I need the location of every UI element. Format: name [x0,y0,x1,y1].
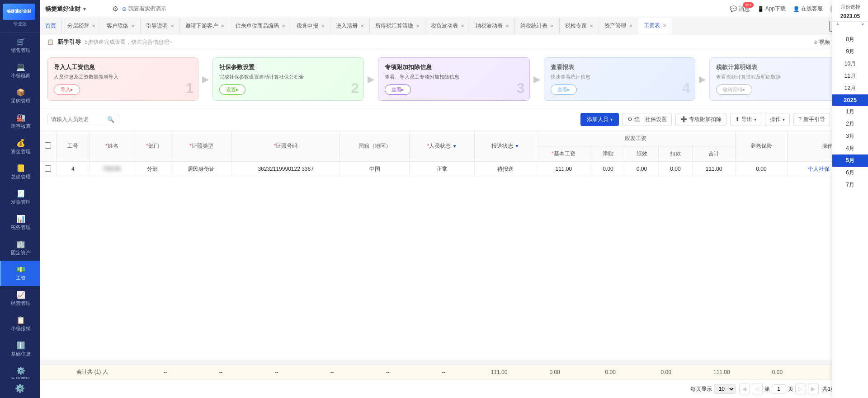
month-item-12[interactable]: 7月 [832,179,868,191]
main-area: 畅捷通好业财 ▾ ⚙ ⊙ 我要看实例演示 💬 消息 99+ 📱 App下载 [40,0,868,398]
tab-close-邀请下游客户[interactable]: ✕ [221,23,224,28]
month-item-4[interactable]: 12月 [832,82,868,94]
tab-引导说明[interactable]: 引导说明✕ [141,18,180,34]
first-page-btn[interactable]: ◀ [739,384,750,394]
tab-税务申报[interactable]: 税务申报✕ [291,18,330,34]
tab-close-进入清册[interactable]: ✕ [360,23,364,28]
tab-首页[interactable]: 首页 [40,18,62,34]
sidebar-item-ecommerce[interactable]: 💻 小畅电商 [0,58,40,84]
step-num-4: 4 [682,80,690,97]
row-total-0: 111.00 [692,161,736,177]
row-select-0[interactable] [45,165,51,172]
export-btn[interactable]: ⬆ 导出 ▾ [730,113,761,126]
tab-close-客户联络[interactable]: ✕ [131,23,135,28]
header-demo[interactable]: ⊙ 我要看实例演示 [122,5,166,13]
step-btn-4[interactable]: 查看▸ [551,84,577,95]
month-item-0[interactable]: 8月 [832,34,868,46]
social-insurance-settings-btn[interactable]: ⚙ 统一社保设置 [623,113,672,126]
toolbar: 🔍 添加人员 ▾ ⚙ 统一社保设置 ➕ 专项附加扣除 [40,108,868,131]
tab-close-引导说明[interactable]: ✕ [170,23,174,28]
sidebar-item-system[interactable]: ⚙️ 系统管理 [0,362,40,379]
sidebar-item-capital[interactable]: 💰 资金管理 [0,134,40,159]
header-app-download[interactable]: 📱 App下载 [757,5,786,13]
table-scrollbar[interactable] [40,361,868,364]
header-settings-icon[interactable]: ⚙ [112,5,118,13]
sidebar-item-assets[interactable]: 🏢 固定资产 [0,235,40,261]
month-item-2[interactable]: 10月 [832,58,868,70]
select-all-checkbox[interactable] [45,142,51,149]
settings-icon[interactable]: ⚙️ [15,384,25,393]
step-btn-5[interactable]: 敬请期待▸ [716,84,752,95]
row-action-link-0[interactable]: 个人社保 [808,166,830,172]
tab-close-往来单位商品编码[interactable]: ✕ [282,23,285,28]
tab-税检专家[interactable]: 税检专家✕ [560,18,599,34]
special-deduction-btn[interactable]: ➕ 专项附加扣除 [675,113,726,126]
tab-close-纳税统计表[interactable]: ✕ [550,23,554,28]
header-brand: 畅捷通好业财 ▾ [45,5,108,13]
tab-close-税务申报[interactable]: ✕ [321,23,325,28]
deduct-icon: ➕ [680,116,687,122]
tab-纳税统计表[interactable]: 纳税统计表✕ [515,18,560,34]
step-btn-2[interactable]: 设置▸ [219,84,245,95]
tab-分层经营[interactable]: 分层经营✕ [62,18,101,34]
search-icon[interactable]: 🔍 [107,116,114,123]
sidebar-item-operations[interactable]: 📈 经营管理 [0,286,40,311]
sidebar-item-inventory[interactable]: 🏭 库存核算 [0,109,40,134]
sidebar-item-ledger[interactable]: 📒 总账管理 [0,159,40,185]
sidebar-item-basic[interactable]: ℹ️ 基础信息 [0,337,40,362]
add-person-button[interactable]: 添加人员 ▾ [580,113,619,126]
sidebar-footer: ⚙️ [0,379,40,398]
month-item-11[interactable]: 6月 [832,167,868,179]
brand-name: 畅捷通好业财 [45,5,80,13]
tab-进入清册[interactable]: 进入清册✕ [330,18,370,34]
month-item-8[interactable]: 3月 [832,130,868,142]
month-item-6[interactable]: 1月 [832,106,868,118]
header-online-service[interactable]: 👤 在线客服 [793,5,823,13]
prev-page-btn[interactable]: ◁ [752,384,763,394]
tab-工资表[interactable]: 工资表✕ [638,18,672,34]
sidebar-item-sales[interactable]: 🛒 销售管理 [0,33,40,58]
tab-close-纳税波动表[interactable]: ✕ [505,23,509,28]
sidebar-item-invoice[interactable]: 🧾 发票管理 [0,185,40,210]
page-number-input[interactable] [772,384,786,393]
tab-close-所得税汇算清缴[interactable]: ✕ [416,23,420,28]
step-btn-3[interactable]: 查看▸ [385,84,411,95]
guide-video-btn[interactable]: ⊙ 视频 [813,38,830,46]
brand-dropdown[interactable]: ▾ [83,6,86,12]
tab-资产管理[interactable]: 资产管理✕ [599,18,638,34]
tab-label: 税负波动表 [431,22,458,30]
next-page-btn[interactable]: ▷ [795,384,806,394]
actions-btn[interactable]: 操作 ▾ [765,113,790,126]
tab-close-税检专家[interactable]: ✕ [590,23,593,28]
sidebar-item-report[interactable]: 📋 小畅报销 [0,311,40,337]
per-page-select[interactable]: 10 20 50 [714,384,736,394]
step-btn-1[interactable]: 导入▸ [54,84,80,95]
sidebar-item-purchase[interactable]: 📦 采购管理 [0,84,40,109]
footer-deduction-total: 0.00 [638,369,694,375]
search-input[interactable] [51,116,105,122]
tab-所得税汇算清缴[interactable]: 所得税汇算清缴✕ [370,18,425,34]
month-item-1[interactable]: 9月 [832,46,868,58]
tab-税负波动表[interactable]: 税负波动表✕ [425,18,470,34]
guide-btn[interactable]: ? 新手引导 [793,113,830,126]
page-navigation: ◀ ◁ 第 页 ▷ ▶ [739,384,819,394]
month-item-3[interactable]: 11月 [832,70,868,82]
tab-客户联络[interactable]: 客户联络✕ [101,18,141,34]
tab-邀请下游客户[interactable]: 邀请下游客户✕ [180,18,230,34]
tab-close-资产管理[interactable]: ✕ [629,23,632,28]
tab-close-工资表[interactable]: ✕ [663,23,666,28]
tab-close-税负波动表[interactable]: ✕ [461,23,464,28]
month-item-9[interactable]: 4月 [832,142,868,155]
tab-纳税波动表[interactable]: 纳税波动表✕ [470,18,515,34]
sidebar-item-tax[interactable]: 📊 税务管理 [0,210,40,235]
month-item-10[interactable]: 5月 [832,155,868,167]
tab-close-分层经营[interactable]: ✕ [92,23,95,28]
tab-往来单位商品编码[interactable]: 往来单位商品编码✕ [230,18,291,34]
header-message[interactable]: 💬 消息 99+ [730,5,750,13]
step-title-1: 导入人工资信息 [54,63,192,71]
last-page-btn[interactable]: ▶ [808,384,819,394]
export-icon: ⬆ [735,116,740,122]
sidebar-icon-report: 📋 [16,316,25,324]
sidebar-item-salary[interactable]: 💵 工资 [0,261,40,286]
month-item-7[interactable]: 2月 [832,118,868,130]
